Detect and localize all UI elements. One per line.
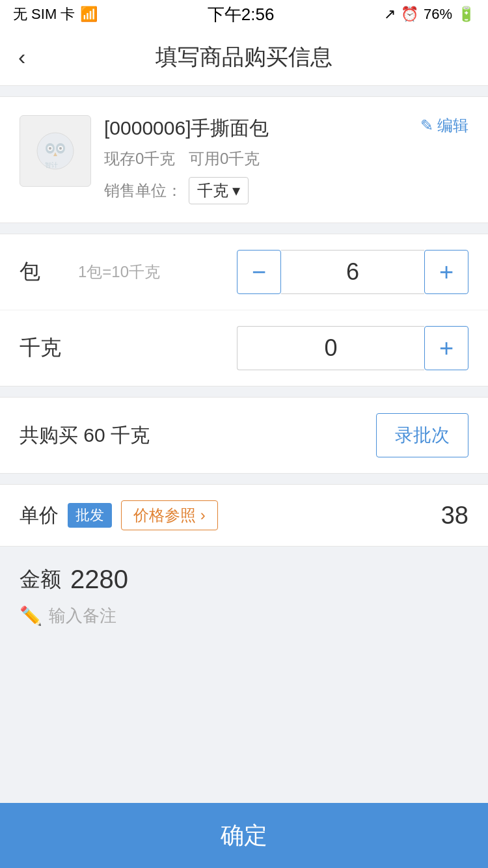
- nav-bar: ‹ 填写商品购买信息: [0, 29, 488, 86]
- amount-value: 2280: [70, 565, 128, 594]
- bao-label: 包: [20, 258, 72, 286]
- battery-indicator: 76%: [424, 6, 452, 23]
- back-button[interactable]: ‹: [18, 44, 25, 70]
- confirm-button[interactable]: 确定: [0, 803, 488, 868]
- product-name: [0000006]手撕面包: [104, 115, 468, 142]
- location-icon: ↗: [384, 6, 396, 23]
- price-type-tag: 批发: [68, 503, 112, 528]
- kg-label: 千克: [20, 334, 72, 362]
- product-unit: 销售单位： 千克 ▾: [104, 177, 468, 204]
- battery-icon: 🔋: [457, 6, 475, 23]
- product-card: 智计 [0000006]手撕面包 现存0千克 可用0千克 销售单位： 千克 ▾ …: [0, 96, 488, 223]
- amount-row: 金额 2280: [20, 565, 468, 594]
- price-label: 单价: [20, 502, 59, 529]
- page-title: 填写商品购买信息: [156, 42, 332, 72]
- pencil-icon: ✏️: [20, 605, 42, 627]
- kg-quantity-input[interactable]: [237, 326, 424, 370]
- unit-select[interactable]: 千克 ▾: [189, 177, 249, 204]
- kg-controls: +: [237, 326, 468, 370]
- bao-controls: − +: [237, 250, 468, 294]
- svg-text:智计: 智计: [45, 161, 58, 169]
- alarm-icon: ⏰: [401, 6, 418, 23]
- product-image: 智计: [20, 115, 91, 187]
- product-stock: 现存0千克 可用0千克: [104, 148, 468, 169]
- svg-point-5: [49, 147, 51, 150]
- amount-label: 金额: [20, 565, 61, 594]
- price-reference-button[interactable]: 价格参照 ›: [121, 500, 218, 530]
- chevron-down-icon: ▾: [232, 182, 240, 200]
- product-info: [0000006]手撕面包 现存0千克 可用0千克 销售单位： 千克 ▾: [104, 115, 468, 204]
- bao-increment-button[interactable]: +: [424, 250, 468, 294]
- bao-quantity-row: 包 1包=10千克 − +: [0, 234, 488, 310]
- quantity-section: 包 1包=10千克 − + 千克 +: [0, 234, 488, 387]
- wifi-icon: 📶: [80, 6, 98, 23]
- edit-button[interactable]: ✎ 编辑: [420, 115, 468, 136]
- edit-icon: ✎: [420, 116, 433, 135]
- bao-hint: 1包=10千克: [78, 262, 237, 282]
- price-value: 38: [441, 502, 468, 530]
- product-logo-icon: 智计: [36, 131, 75, 170]
- status-bar: 无 SIM 卡 📶 下午2:56 ↗ ⏰ 76% 🔋: [0, 0, 488, 29]
- note-row[interactable]: ✏️ 输入备注: [20, 604, 468, 627]
- total-row: 共购买 60 千克 录批次: [0, 397, 488, 474]
- svg-point-6: [59, 147, 62, 150]
- bao-quantity-input[interactable]: [281, 250, 424, 294]
- amount-section: 金额 2280 ✏️ 输入备注: [0, 547, 488, 634]
- batch-button[interactable]: 录批次: [376, 413, 468, 457]
- note-placeholder: 输入备注: [49, 604, 116, 627]
- bottom-spacer: [0, 634, 488, 816]
- kg-increment-button[interactable]: +: [424, 326, 468, 370]
- price-section: 单价 批发 价格参照 › 38: [0, 484, 488, 547]
- bao-decrement-button[interactable]: −: [237, 250, 281, 294]
- status-time: 下午2:56: [208, 3, 275, 26]
- status-carrier: 无 SIM 卡 📶: [13, 5, 98, 24]
- total-text: 共购买 60 千克: [20, 422, 150, 449]
- status-right: ↗ ⏰ 76% 🔋: [384, 6, 475, 23]
- kg-quantity-row: 千克 +: [0, 310, 488, 386]
